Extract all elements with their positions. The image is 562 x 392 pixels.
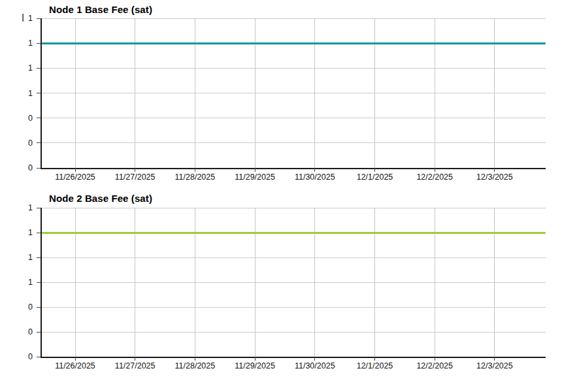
x-tick-label: 11/30/2025 (285, 172, 345, 182)
x-tick-label: 12/3/2025 (465, 172, 525, 182)
y-gridline (42, 208, 546, 208)
y-tick-mark (37, 208, 41, 208)
y-tick-mark (37, 93, 41, 93)
x-tick-mark (135, 357, 135, 361)
x-tick-label: 12/3/2025 (465, 361, 525, 371)
y-gridline (42, 257, 546, 258)
x-tick-label: 11/26/2025 (45, 172, 105, 182)
base-fee-dashboard: Node 1 Base Fee (sat) 111100011/26/20251… (0, 0, 562, 392)
x-tick-label: 12/1/2025 (345, 361, 405, 371)
x-tick-mark (195, 168, 195, 172)
y-tick-label: 0 (13, 114, 33, 123)
y-tick-mark (37, 257, 41, 258)
series-line-1 (42, 42, 546, 44)
x-tick-label: 11/26/2025 (45, 361, 105, 371)
y-tick-label: 0 (13, 327, 33, 336)
y-tick-mark (37, 282, 41, 283)
y-tick-label: 0 (13, 302, 33, 312)
y-tick-mark (37, 332, 41, 333)
y-tick-mark (37, 18, 41, 19)
x-tick-mark (314, 357, 315, 361)
x-gridline (135, 208, 135, 357)
x-gridline (435, 18, 435, 168)
y-tick-mark (37, 233, 41, 233)
caret-fringe-right (23, 14, 24, 22)
x-tick-mark (314, 168, 315, 172)
chart-title-node-2: Node 2 Base Fee (sat) (49, 193, 152, 204)
x-tick-mark (494, 168, 495, 172)
x-tick-label: 11/29/2025 (225, 172, 285, 182)
y-gridline (42, 118, 546, 118)
x-tick-label: 11/27/2025 (105, 361, 165, 371)
x-tick-mark (195, 357, 195, 361)
x-gridline (374, 18, 375, 168)
x-gridline (195, 18, 195, 168)
x-tick-mark (374, 357, 375, 361)
y-tick-mark (37, 142, 41, 143)
y-tick-mark (37, 168, 41, 169)
x-gridline (75, 208, 76, 357)
y-tick-label: 0 (13, 352, 33, 361)
y-tick-mark (37, 307, 41, 308)
y-gridline (42, 282, 546, 283)
plot-area-node-1: 111100011/26/202511/27/202511/28/202511/… (41, 18, 546, 169)
y-tick-label: 1 (13, 278, 33, 287)
x-tick-mark (374, 168, 375, 172)
chart-title-node-1: Node 1 Base Fee (sat) (49, 4, 152, 15)
y-tick-label: 0 (13, 139, 33, 148)
y-gridline (42, 68, 546, 69)
x-gridline (374, 208, 375, 357)
render-artifact-caret (22, 14, 24, 22)
y-tick-label: 0 (13, 163, 33, 172)
x-gridline (75, 18, 76, 168)
y-tick-label: 1 (13, 39, 33, 48)
x-tick-mark (435, 168, 435, 172)
x-gridline (494, 18, 495, 168)
x-tick-label: 11/29/2025 (225, 361, 285, 371)
y-gridline (42, 93, 546, 93)
y-gridline (42, 307, 546, 308)
y-gridline (42, 332, 546, 333)
x-gridline (195, 208, 195, 357)
y-tick-label: 1 (13, 253, 33, 262)
x-gridline (255, 208, 256, 357)
x-tick-mark (494, 357, 495, 361)
y-tick-label: 1 (13, 203, 33, 212)
y-gridline (42, 142, 546, 143)
y-tick-label: 1 (13, 89, 33, 98)
x-tick-mark (75, 168, 76, 172)
plot-area-node-2: 111100011/26/202511/27/202511/28/202511/… (41, 208, 546, 358)
x-tick-mark (255, 168, 256, 172)
x-gridline (314, 208, 315, 357)
x-tick-label: 12/2/2025 (405, 361, 465, 371)
x-gridline (135, 18, 135, 168)
x-tick-mark (435, 357, 435, 361)
x-tick-label: 11/30/2025 (285, 361, 345, 371)
x-tick-label: 11/27/2025 (105, 172, 165, 182)
x-gridline (435, 208, 435, 357)
x-gridline (255, 18, 256, 168)
y-tick-mark (37, 357, 41, 357)
y-gridline (42, 18, 546, 19)
x-gridline (494, 208, 495, 357)
y-tick-mark (37, 118, 41, 118)
x-gridline (314, 18, 315, 168)
x-tick-label: 12/1/2025 (345, 172, 405, 182)
x-tick-mark (255, 357, 256, 361)
y-tick-mark (37, 68, 41, 69)
x-tick-mark (135, 168, 135, 172)
x-tick-label: 11/28/2025 (165, 361, 225, 371)
series-line-2 (42, 232, 546, 234)
y-tick-label: 1 (13, 228, 33, 237)
y-tick-label: 1 (13, 63, 33, 73)
x-tick-label: 12/2/2025 (405, 172, 465, 182)
y-tick-mark (37, 43, 41, 44)
x-tick-label: 11/28/2025 (165, 172, 225, 182)
x-tick-mark (75, 357, 76, 361)
